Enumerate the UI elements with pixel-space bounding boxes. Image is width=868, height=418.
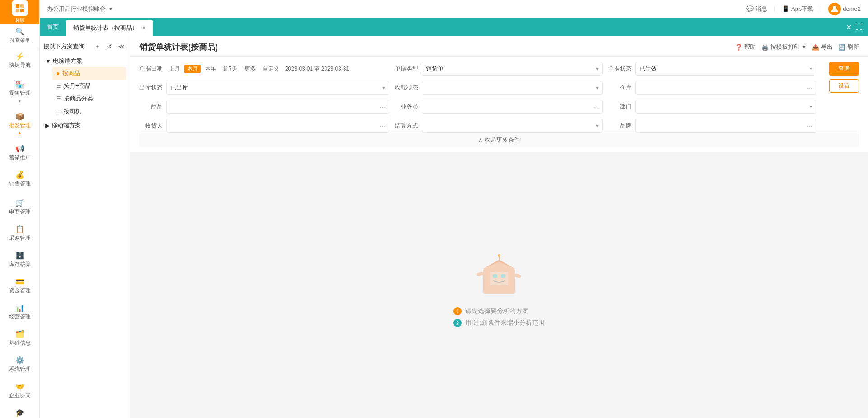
refresh-button[interactable]: 🔄 刷新 [838,43,859,51]
sidebar-item-label: 系统管理 [9,366,31,373]
sidebar-item-basic[interactable]: 🗂️ 基础信息 [0,325,39,352]
sidebar-item-inventory[interactable]: 🗄️ 库存核算 [0,247,39,273]
date-tag-more[interactable]: 更多 [242,65,258,73]
sidebar-item-ecommerce[interactable]: 🛒 电商管理 [0,194,39,220]
date-tag-last-month[interactable]: 上月 [166,65,183,73]
svg-rect-15 [476,271,484,277]
settings-button[interactable]: 设置 [829,79,859,93]
goods-active-icon: ● [56,70,60,77]
sidebar: 标版 🔍 搜索菜单 ⚡ 快捷导航 🏪 零售管理 ▼ 📦 批发管理 ▲ 📢 营销推… [0,0,40,418]
refresh-scheme-button[interactable]: ↺ [104,42,114,52]
goods-control[interactable]: ··· [166,100,389,114]
sidebar-item-operations[interactable]: 📊 经营管理 [0,299,39,325]
sidebar-item-label: 营销推广 [9,154,31,162]
doc-status-value: 已生效 [639,65,808,73]
sidebar-item-enterprise[interactable]: 🤝 企业协同 [0,378,39,404]
brand-control[interactable]: ··· [635,119,816,133]
payment-status-control[interactable]: ▾ [422,81,603,95]
operations-icon: 📊 [15,304,24,312]
close-all-button[interactable]: ✕ [846,23,852,32]
staff-dots-icon[interactable]: ··· [594,103,599,110]
goods-dots-icon[interactable]: ··· [380,103,385,110]
tree-item-by-month-goods-label: 按月+商品 [64,82,91,90]
date-tag-this-month[interactable]: 本月 [184,65,201,73]
receiver-dots-icon[interactable]: ··· [380,122,385,129]
sidebar-item-label: 销售管理 [9,180,31,188]
sidebar-item-system[interactable]: ⚙️ 系统管理 [0,352,39,378]
dropdown-arrow-icon: ▾ [109,5,113,12]
doc-status-control[interactable]: 已生效 ▾ [635,62,816,76]
payment-method-control[interactable]: ▾ [422,119,603,133]
date-tag-custom[interactable]: 自定义 [260,65,282,73]
warehouse-dots-icon[interactable]: ··· [807,84,812,91]
sidebar-item-marketing[interactable]: 📢 营销推广 [0,140,39,166]
dept-control[interactable]: ▾ [635,100,816,114]
sidebar-item-finance[interactable]: 💳 资金管理 [0,273,39,299]
empty-state: 1 请先选择要分析的方案 2 用[过滤]条件来缩小分析范围 [130,152,868,418]
filter-warehouse-status: 出库状态 已出库 ▾ [139,81,389,95]
enterprise-icon: 🤝 [15,382,24,391]
sidebar-item-purchase[interactable]: 📋 采购管理 [0,220,39,247]
filter-row-3: 商品 ··· 业务员 ··· [139,100,816,114]
help-button[interactable]: ❓ 帮助 [735,43,756,51]
warehouse-control[interactable]: ··· [635,81,816,95]
date-control[interactable]: 上月 本月 本年 近7天 更多 自定义 2023-03-01 至 2023-03… [166,62,389,76]
expand-button[interactable]: ⛶ [855,23,863,31]
export-label: 导出 [821,43,833,51]
filter-area: 单据日期 上月 本月 本年 近7天 更多 自定义 [130,57,868,152]
tab-home-label: 首页 [47,23,59,31]
tree-section-mobile-header[interactable]: ▶ 移动端方案 [43,119,126,131]
doc-type-arrow-icon: ▾ [596,66,599,72]
tab-home[interactable]: 首页 [40,18,66,36]
date-tags: 上月 本月 本年 近7天 更多 自定义 [166,65,282,73]
sidebar-item-quicknav[interactable]: ⚡ 快捷导航 [0,48,39,74]
tree-item-by-goods[interactable]: ● 按商品 [52,67,126,80]
receiver-label: 收货人 [139,122,166,130]
doc-status-label: 单据状态 [608,65,635,73]
tree-item-by-month-goods[interactable]: ☰ 按月+商品 [52,80,126,92]
user-profile-button[interactable]: demo2 [828,3,861,15]
message-icon: 💬 [746,5,754,12]
message-button[interactable]: 💬 消息 [746,5,767,13]
print-button[interactable]: 🖨️ 按模板打印 ▼ [761,43,807,51]
svg-point-14 [498,254,500,257]
logo[interactable]: 标版 [0,0,39,24]
sidebar-item-retail[interactable]: 🏪 零售管理 ▼ [0,76,39,108]
sidebar-item-beginner[interactable]: 🎓 新手引导 [0,404,39,418]
add-scheme-button[interactable]: ＋ [93,42,103,52]
warehouse-label: 仓库 [608,84,635,92]
date-tag-this-year[interactable]: 本年 [203,65,219,73]
tab-active-label: 销货单统计表（按商品） [73,24,138,32]
brand-dots-icon[interactable]: ··· [807,122,812,129]
topbar-dropdown[interactable]: ▾ [109,5,113,12]
export-button[interactable]: 📤 导出 [812,43,833,51]
tree-item-by-goods-label: 按商品 [62,69,80,77]
sidebar-item-wholesale[interactable]: 📦 批发管理 ▲ [0,108,39,140]
doc-type-control[interactable]: 销货单 ▾ [422,62,603,76]
sidebar-item-sales[interactable]: 💰 销售管理 [0,166,39,192]
tree-item-by-category[interactable]: ☰ 按商品分类 [52,92,126,105]
empty-tip-2: 2 用[过滤]条件来缩小分析范围 [453,319,545,327]
query-button[interactable]: 查询 [829,62,859,76]
warehouse-status-control[interactable]: 已出库 ▾ [166,81,389,95]
app-download-button[interactable]: 📱 App下载 [782,5,813,13]
date-tag-7days[interactable]: 近7天 [221,65,240,73]
tree-section-pc-header[interactable]: ▼ 电脑端方案 [43,55,126,67]
tab-close-icon[interactable]: × [142,25,146,31]
svg-point-4 [833,6,836,10]
logo-text: 标版 [15,17,24,24]
action-buttons: 查询 设置 [829,62,859,93]
sidebar-item-label: 资金管理 [9,287,31,294]
tab-active[interactable]: 销货单统计表（按商品） × [66,20,153,36]
sidebar-search[interactable]: 🔍 搜索菜单 [0,24,39,48]
goods-label: 商品 [139,103,166,111]
page-header-actions: ❓ 帮助 🖨️ 按模板打印 ▼ 📤 导出 🔄 刷新 [735,43,859,51]
left-panel-header: 按以下方案查询 ＋ ↺ ≪ [43,42,126,52]
tree-item-by-driver[interactable]: ☰ 按司机 [52,105,126,118]
collapse-panel-button[interactable]: ≪ [116,42,126,52]
app-download-label: App下载 [791,5,813,13]
receiver-control[interactable]: ··· [166,119,389,133]
staff-control[interactable]: ··· [422,100,603,114]
collapse-bar[interactable]: ∧ 收起更多条件 [139,133,859,147]
month-goods-icon: ☰ [56,83,61,89]
